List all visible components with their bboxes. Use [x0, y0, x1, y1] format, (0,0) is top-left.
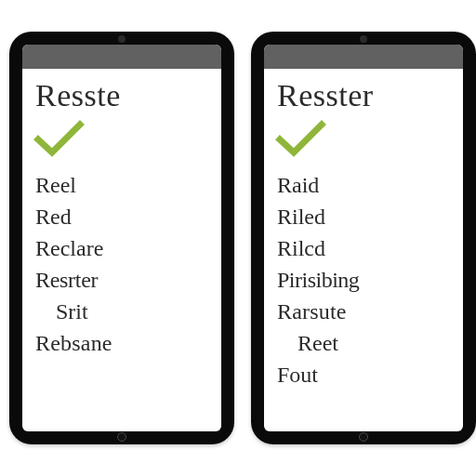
- status-bar: [22, 45, 221, 69]
- list-item: Resrter: [35, 266, 210, 294]
- list-item: Reclare: [35, 234, 210, 262]
- tablet-right-content: Resster Raid Riled Rilcd Pirisibing Rars…: [264, 69, 463, 394]
- status-bar: [264, 45, 463, 69]
- tablet-right-list: Raid Riled Rilcd Pirisibing Rarsute Reet…: [277, 171, 452, 389]
- checkmark-icon: [33, 119, 210, 164]
- list-item: Raid: [277, 171, 452, 199]
- checkmark-icon: [275, 119, 452, 164]
- list-item: Riled: [277, 203, 452, 231]
- tablet-left-content: Resste Reel Red Reclare Resrter Srit Reb…: [22, 69, 221, 363]
- tablet-left-list: Reel Red Reclare Resrter Srit Rebsane: [35, 171, 210, 357]
- tablet-left-screen: Resste Reel Red Reclare Resrter Srit Reb…: [22, 45, 221, 431]
- tablet-right-heading: Resster: [277, 78, 452, 113]
- home-button[interactable]: [359, 432, 368, 442]
- tablet-right-screen: Resster Raid Riled Rilcd Pirisibing Rars…: [264, 45, 463, 431]
- camera-dot: [360, 35, 367, 43]
- tablet-left: Resste Reel Red Reclare Resrter Srit Reb…: [9, 32, 234, 444]
- camera-dot: [118, 35, 126, 43]
- list-item: Rarsute: [277, 298, 452, 325]
- tablet-right: Resster Raid Riled Rilcd Pirisibing Rars…: [251, 32, 476, 444]
- tablet-left-heading: Resste: [35, 78, 210, 113]
- list-item: Reet: [277, 329, 452, 357]
- list-item: Srit: [35, 298, 210, 325]
- home-button[interactable]: [117, 432, 126, 442]
- list-item: Reel: [35, 171, 210, 199]
- list-item: Rebsane: [35, 329, 210, 357]
- list-item: Red: [35, 203, 210, 231]
- list-item: Rilcd: [277, 234, 452, 262]
- tablet-comparison: Resste Reel Red Reclare Resrter Srit Reb…: [0, 0, 476, 476]
- list-item: Pirisibing: [277, 266, 452, 294]
- list-item: Fout: [277, 361, 452, 389]
